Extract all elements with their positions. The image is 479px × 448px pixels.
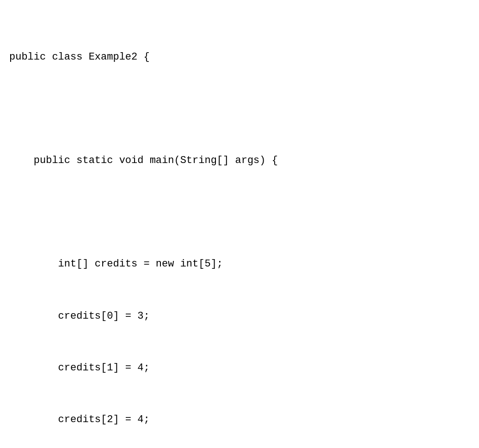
line-empty-2 xyxy=(9,204,470,221)
line-credits-0: credits[0] = 3; xyxy=(9,308,470,325)
line-credits-decl: int[] credits = new int[5]; xyxy=(9,255,470,272)
code-display: public class Example2 { public static vo… xyxy=(0,0,479,448)
line-main: public static void main(String[] args) { xyxy=(9,152,470,169)
line-credits-1: credits[1] = 4; xyxy=(9,359,470,376)
line-credits-2: credits[2] = 4; xyxy=(9,411,470,428)
line-empty-1 xyxy=(9,100,470,117)
line-class: public class Example2 { xyxy=(9,48,470,66)
